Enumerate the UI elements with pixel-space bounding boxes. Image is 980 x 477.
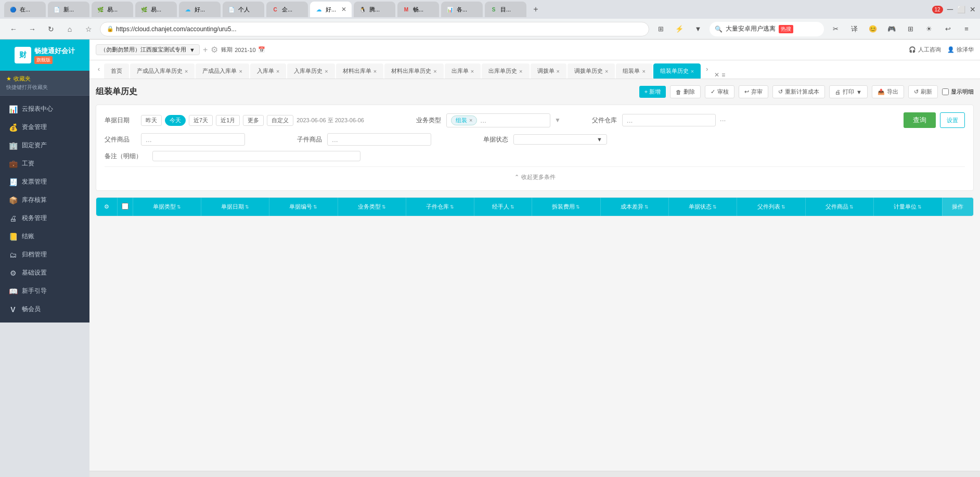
tab-assembly-history-close[interactable]: × — [691, 68, 694, 74]
export-button[interactable]: 📤 导出 — [872, 85, 904, 98]
tab-nav-right[interactable]: › — [702, 60, 712, 79]
remark-input[interactable] — [152, 151, 360, 161]
lightning-icon[interactable]: ⚡ — [672, 22, 687, 36]
sidebar-item-tax[interactable]: 🖨 税务管理 — [0, 209, 89, 227]
custom-btn[interactable]: 自定义 — [267, 115, 293, 126]
business-type-input[interactable]: 组装 × ... — [446, 113, 550, 127]
game-icon[interactable]: 🎮 — [884, 22, 899, 36]
more-date-btn[interactable]: 更多 — [243, 115, 264, 126]
page-tab-in[interactable]: 入库单 × — [250, 63, 286, 79]
child-goods-more[interactable]: ... — [332, 135, 338, 144]
th-handler[interactable]: 经手人 ⇅ — [474, 198, 532, 216]
search-bar[interactable]: 🔍 大量安卓用户逃离 热搜 — [710, 22, 824, 36]
delete-button[interactable]: 🗑 删除 — [670, 85, 701, 98]
business-type-dropdown-arrow[interactable]: ▼ — [555, 117, 561, 124]
query-button[interactable]: 查询 — [904, 112, 936, 128]
browser-tab-11[interactable]: 📊 各... — [441, 2, 483, 17]
tab-finished-in-history-close[interactable]: × — [185, 68, 188, 74]
browser-tab-2[interactable]: 📄 新... — [48, 2, 89, 17]
back-button[interactable]: ← — [6, 22, 21, 36]
page-tab-finished-in-history[interactable]: 产成品入库单历史 × — [130, 63, 195, 79]
help-button[interactable]: 🎧 人工咨询 — [909, 46, 941, 54]
page-tab-out-history[interactable]: 出库单历史 × — [482, 63, 529, 79]
minimize-icon[interactable]: ─ — [947, 5, 953, 14]
th-child-warehouse[interactable]: 子件仓库 ⇅ — [406, 198, 474, 216]
horizontal-scrollbar[interactable] — [89, 471, 980, 477]
page-tab-material-out[interactable]: 材料出库单 × — [336, 63, 383, 79]
th-bill-date[interactable]: 单据日期 ⇅ — [201, 198, 269, 216]
tab-close-all-icon[interactable]: ✕ — [714, 71, 719, 79]
settings-button[interactable]: 设置 — [940, 112, 965, 128]
th-unit[interactable]: 计量单位 ⇅ — [874, 198, 942, 216]
sidebar-item-guide[interactable]: 📖 新手引导 — [0, 282, 89, 300]
refresh-button[interactable]: ↻ — [44, 22, 58, 36]
browser-tab-5[interactable]: ☁ 好... — [179, 2, 221, 17]
parent-warehouse-more[interactable]: ... — [627, 116, 633, 124]
tab-close-8[interactable]: ✕ — [341, 6, 346, 13]
th-bill-status[interactable]: 单据状态 ⇅ — [669, 198, 737, 216]
tab-finished-in-close[interactable]: × — [239, 68, 242, 74]
browser-tab-1[interactable]: 🔵 在... — [4, 2, 46, 17]
show-detail-checkbox[interactable] — [942, 88, 949, 95]
tab-menu-icon[interactable]: ≡ — [721, 71, 725, 79]
th-disassembly-fee[interactable]: 拆装费用 ⇅ — [532, 198, 600, 216]
parent-warehouse-input[interactable]: ... — [622, 114, 716, 126]
th-business-type[interactable]: 业务类型 ⇅ — [338, 198, 406, 216]
sidebar-item-fixed-assets[interactable]: 🏢 固定资产 — [0, 136, 89, 154]
browser-tab-6[interactable]: 📄 个人 — [223, 2, 264, 17]
browser-tab-9[interactable]: 🐧 腾... — [354, 2, 395, 17]
browser-tab-12[interactable]: S 目... — [485, 2, 526, 17]
page-tab-assembly-history[interactable]: 组装单历史 × — [653, 63, 701, 79]
tab-material-out-close[interactable]: × — [373, 68, 377, 74]
user-info[interactable]: 👤 徐泽华 — [947, 46, 974, 54]
print-button[interactable]: 🖨 打印 ▼ — [829, 85, 868, 98]
tab-material-out-history-close[interactable]: × — [433, 68, 436, 74]
th-parent-list[interactable]: 父件列表 ⇅ — [737, 198, 805, 216]
collapse-button[interactable]: ⌃ 收起更多条件 — [105, 171, 965, 183]
sun-icon[interactable]: ☀ — [922, 22, 936, 36]
recalculate-button[interactable]: ↺ 重新计算成本 — [772, 85, 825, 98]
parent-goods-more[interactable]: ... — [146, 135, 152, 144]
sidebar-item-member[interactable]: V 畅会员 — [0, 300, 89, 318]
th-cost-diff[interactable]: 成本差异 ⇅ — [600, 198, 668, 216]
tab-transfer-history-close[interactable]: × — [605, 68, 608, 74]
yesterday-btn[interactable]: 昨天 — [141, 115, 162, 126]
parent-goods-input[interactable]: ... — [141, 133, 245, 146]
sidebar-item-inventory[interactable]: 📦 库存核算 — [0, 191, 89, 209]
add-button[interactable]: + 新增 — [639, 86, 666, 98]
grid-icon[interactable]: ⊞ — [903, 22, 918, 36]
maximize-icon[interactable]: ⬜ — [957, 6, 965, 14]
sidebar-item-invoice[interactable]: 🧾 发票管理 — [0, 173, 89, 191]
page-tab-out[interactable]: 出库单 × — [445, 63, 481, 79]
tab-out-close[interactable]: × — [471, 68, 474, 74]
page-tab-transfer-history[interactable]: 调拨单历史 × — [568, 63, 615, 79]
bookmark-button[interactable]: ☆ — [81, 22, 96, 36]
tab-transfer-close[interactable]: × — [557, 68, 560, 74]
forward-button[interactable]: → — [25, 22, 40, 36]
sidebar-item-cloud-report[interactable]: 📊 云报表中心 — [0, 100, 89, 118]
tab-in-history-close[interactable]: × — [325, 68, 328, 74]
browser-tab-10[interactable]: M 畅... — [397, 2, 439, 17]
close-icon[interactable]: ✕ — [970, 5, 976, 14]
parent-warehouse-more-icon[interactable]: ··· — [720, 116, 726, 124]
translate-icon[interactable]: 译 — [847, 22, 861, 36]
tab-assembly-close[interactable]: × — [642, 68, 645, 74]
browser-tab-4[interactable]: 🌿 易... — [135, 2, 177, 17]
sidebar-item-settle[interactable]: 📒 结账 — [0, 227, 89, 246]
topbar-plus-icon[interactable]: + — [203, 45, 208, 55]
scissors-icon[interactable]: ✂ — [828, 22, 843, 36]
calendar-icon[interactable]: 📅 — [258, 46, 265, 53]
page-tab-transfer[interactable]: 调拨单 × — [531, 63, 566, 79]
qr-icon[interactable]: ⊞ — [653, 22, 668, 36]
tab-out-history-close[interactable]: × — [519, 68, 522, 74]
today-btn[interactable]: 今天 — [165, 115, 186, 126]
bill-status-dropdown[interactable]: ▼ — [513, 134, 607, 145]
month-btn[interactable]: 近1月 — [216, 115, 240, 126]
th-checkbox[interactable] — [117, 198, 133, 216]
page-tab-assembly[interactable]: 组装单 × — [616, 63, 652, 79]
new-tab-button[interactable]: + — [528, 2, 543, 17]
sidebar-item-archive[interactable]: 🗂 归档管理 — [0, 246, 89, 264]
browser-tab-3[interactable]: 🌿 易... — [92, 2, 133, 17]
dropdown-icon[interactable]: ▼ — [691, 22, 705, 36]
tab-nav-left[interactable]: ‹ — [94, 60, 104, 79]
